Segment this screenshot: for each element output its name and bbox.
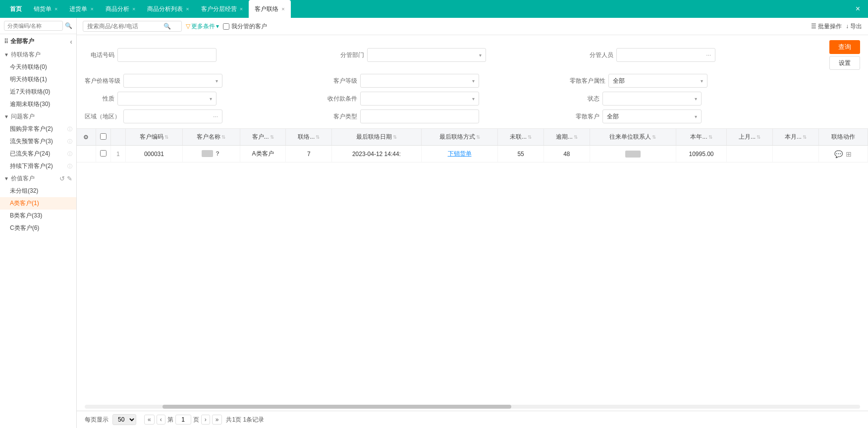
filter-icon: ▽ — [186, 23, 190, 30]
col-this-year[interactable]: 本年... ⇅ — [676, 129, 727, 146]
col-customer-name[interactable]: 客户名称 ⇅ — [183, 129, 240, 146]
close-product-analysis-tab[interactable]: × — [132, 6, 135, 12]
sidebar-item-7days-contact[interactable]: 近7天待联络(0) — [0, 86, 76, 98]
window-close-button[interactable]: × — [852, 4, 864, 13]
scrollbar-thumb[interactable] — [163, 405, 511, 409]
settings-button[interactable]: 设置 — [829, 56, 860, 70]
region-select[interactable]: ··· — [123, 109, 222, 123]
main-search-bar: 🔍 — [83, 21, 182, 32]
row-code: 000031 — [125, 146, 182, 162]
pending-contact-group[interactable]: ▼ 待联络客户 — [0, 49, 76, 61]
row-last-month — [727, 146, 773, 162]
col-this-month[interactable]: 本月... ⇅ — [772, 129, 818, 146]
status-select[interactable]: ▾ — [602, 92, 702, 106]
col-unit-contact[interactable]: 往来单位联系人 ⇅ — [590, 129, 676, 146]
row-contact-count: 7 — [286, 146, 332, 162]
main-search-icon[interactable]: 🔍 — [163, 23, 171, 30]
retail-attr-chevron-icon: ▾ — [701, 78, 703, 84]
main-search-input[interactable] — [87, 23, 162, 30]
next-page-button[interactable]: › — [201, 415, 210, 425]
value-customers-group[interactable]: ▼ 价值客户 ↺ ✎ — [0, 172, 76, 185]
filter-nature: 性质 ▾ — [85, 92, 316, 106]
edit-icon[interactable]: ✎ — [67, 175, 72, 182]
col-last-contact-date[interactable]: 最后联络日期 ⇅ — [332, 129, 422, 146]
nav-tab-product-analysis[interactable]: 商品分析 × — [100, 0, 141, 18]
sidebar-item-today-contact[interactable]: 今天待联络(0) — [0, 61, 76, 73]
close-customer-contact-tab[interactable]: × — [281, 6, 284, 12]
arrow-down-icon: ▼ — [4, 52, 9, 57]
sidebar-item-b-class[interactable]: B类客户(33) — [0, 210, 76, 222]
export-button[interactable]: ↓ 导出 — [846, 22, 862, 31]
sidebar-item-lost-warning[interactable]: 流失预警客户(3) ⓘ — [0, 135, 76, 148]
sidebar-item-lost-customers[interactable]: 已流失客户(24) ⓘ — [0, 148, 76, 160]
col-contact-count[interactable]: 联络... ⇅ — [286, 129, 332, 146]
col-customer-code[interactable]: 客户编码 ⇅ — [125, 129, 182, 146]
col-customer-type[interactable]: 客户... ⇅ — [240, 129, 286, 146]
nav-home[interactable]: 首页 — [4, 0, 28, 18]
price-grade-chevron-icon: ▾ — [216, 78, 218, 84]
query-button[interactable]: 查询 — [829, 40, 860, 54]
refresh-icon[interactable]: ↺ — [59, 175, 65, 182]
manager-label: 分管人员 — [584, 51, 613, 59]
sidebar-item-ungrouped[interactable]: 未分组(32) — [0, 185, 76, 197]
close-product-list-tab[interactable]: × — [186, 6, 189, 12]
sidebar-item-overdue-contact[interactable]: 逾期未联络(30) — [0, 98, 76, 110]
payment-chevron-icon: ▾ — [472, 96, 475, 102]
price-grade-select[interactable]: ▾ — [123, 74, 222, 88]
row-last-contact-method[interactable]: 下销货单 — [421, 146, 498, 162]
grid-icon: ⠿ — [4, 38, 8, 45]
sidebar-item-c-class[interactable]: C类客户(6) — [0, 222, 76, 234]
col-overdue[interactable]: 逾期... ⇅ — [543, 129, 590, 146]
dept-select[interactable]: ▾ — [367, 48, 486, 62]
all-customers-header[interactable]: ⠿ 全部客户 ‹ — [0, 34, 76, 49]
batch-op-button[interactable]: ☰ 批量操作 — [811, 22, 842, 31]
close-customer-segment-tab[interactable]: × — [240, 6, 243, 12]
page-size-select[interactable]: 50 — [112, 414, 136, 425]
last-page-button[interactable]: » — [212, 415, 222, 425]
sidebar-collapse-button[interactable]: ‹ — [70, 38, 72, 46]
close-sales-tab[interactable]: × — [54, 6, 57, 12]
first-page-button[interactable]: « — [144, 415, 155, 425]
sidebar-search-input[interactable] — [4, 21, 63, 31]
col-last-contact-method[interactable]: 最后联络方式 ⇅ — [421, 129, 498, 146]
nav-tab-purchase[interactable]: 进货单 × — [63, 0, 99, 18]
phone-input[interactable] — [117, 48, 217, 62]
retail-customer-select[interactable]: 全部 ▾ — [602, 109, 702, 123]
close-purchase-tab[interactable]: × — [90, 6, 93, 12]
problem-customers-group[interactable]: ▼ 问题客户 — [0, 110, 76, 123]
nav-tab-customer-contact[interactable]: 客户联络 × — [249, 0, 290, 18]
col-no-contact[interactable]: 未联... ⇅ — [498, 129, 544, 146]
customer-grade-select[interactable]: ▾ — [360, 74, 479, 88]
prev-page-button[interactable]: ‹ — [157, 415, 165, 425]
customer-type-select[interactable] — [360, 109, 479, 123]
nav-tab-customer-segment[interactable]: 客户分层经营 × — [195, 0, 249, 18]
sort-icon-7: ⇅ — [528, 134, 532, 140]
my-customer-checkbox-wrapper[interactable]: 我分管的客户 — [223, 22, 267, 31]
page-number-input[interactable] — [175, 415, 191, 425]
sidebar-item-a-class[interactable]: A类客户(1) — [0, 197, 76, 210]
page-size-label: 每页显示 — [85, 416, 108, 424]
manager-select[interactable]: ··· — [616, 48, 715, 62]
retail-attr-select[interactable]: 全部 ▾ — [608, 74, 707, 88]
filter-retail-customer: 零散客户 全部 ▾ — [570, 109, 801, 123]
nav-tab-sales[interactable]: 销货单 × — [28, 0, 63, 18]
my-customer-checkbox[interactable] — [223, 23, 229, 30]
qr-icon[interactable]: ⊞ — [846, 150, 852, 158]
row-select-checkbox[interactable] — [100, 150, 107, 157]
sidebar-item-declining-customers[interactable]: 持续下滑客户(2) ⓘ — [0, 160, 76, 172]
sidebar-search-icon[interactable]: 🔍 — [65, 22, 72, 29]
horizontal-scrollbar-container — [77, 403, 868, 411]
payment-select[interactable]: ▾ — [360, 92, 479, 106]
table-footer: 每页显示 50 « ‹ 第 页 › » 共1页 1条记录 — [77, 411, 868, 428]
nature-select[interactable]: ▾ — [117, 92, 217, 106]
more-filter-button[interactable]: ▽ 更多条件 ▾ — [186, 22, 219, 31]
nav-tab-product-list[interactable]: 商品分析列表 × — [141, 0, 195, 18]
col-last-month[interactable]: 上月... ⇅ — [727, 129, 773, 146]
select-all-checkbox[interactable] — [100, 133, 107, 140]
payment-label: 收付款条件 — [327, 95, 357, 103]
gear-icon[interactable]: ⚙ — [83, 134, 89, 141]
row-name[interactable]: Ea ？ — [183, 146, 240, 162]
sidebar-item-tomorrow-contact[interactable]: 明天待联络(1) — [0, 73, 76, 86]
chat-icon[interactable]: 💬 — [834, 150, 843, 158]
sidebar-item-abnormal-purchase[interactable]: 囤购异常客户(2) ⓘ — [0, 123, 76, 135]
